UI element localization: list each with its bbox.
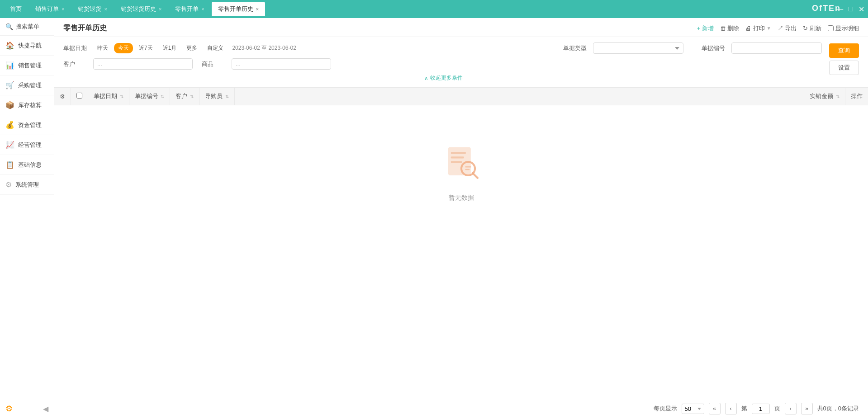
date-btn-yesterday[interactable]: 昨天 [93, 43, 112, 53]
close-btn[interactable]: ✕ [859, 5, 864, 14]
svg-rect-1 [451, 152, 465, 154]
main-layout: 🔍 搜索菜单 🏠 快捷导航 📊 销售管理 🛒 采购管理 📦 库存核算 💰 资金管… [0, 18, 868, 419]
tab-retail-order[interactable]: 零售开单 × [169, 2, 210, 16]
sidebar-item-ops-mgmt[interactable]: 📈 经营管理 [0, 135, 54, 155]
sidebar-search[interactable]: 🔍 搜索菜单 [0, 18, 54, 36]
th-date-sort[interactable]: ⇅ [120, 94, 123, 99]
sidebar-item-basic-info-label: 基础信息 [18, 161, 42, 169]
sidebar-item-purchase-mgmt[interactable]: 🛒 采购管理 [0, 75, 54, 95]
tab-sales-order[interactable]: 销售订单 × [29, 2, 71, 16]
customer-filter-input[interactable]: ... [93, 58, 193, 70]
add-button[interactable]: + 新增 [697, 24, 713, 33]
date-btn-7days[interactable]: 近7天 [135, 43, 157, 53]
refresh-button[interactable]: ↻ 刷新 [803, 24, 821, 33]
th-settings[interactable]: ⚙ [54, 88, 71, 105]
add-label: + 新增 [697, 24, 713, 33]
tab-sales-return-history[interactable]: 销货退货历史 × [114, 2, 168, 16]
goods-filter-input[interactable]: ... [232, 58, 331, 70]
order-no-filter-input[interactable] [731, 42, 822, 54]
sidebar-collapse-icon[interactable]: ◀ [43, 405, 48, 413]
date-btn-custom[interactable]: 自定义 [203, 43, 228, 53]
tab-retail-order-history-close[interactable]: × [256, 6, 259, 12]
tab-sales-order-close[interactable]: × [62, 6, 64, 12]
svg-rect-2 [451, 156, 464, 158]
tab-sales-return-history-close[interactable]: × [159, 6, 161, 12]
th-customer-label: 客户 [175, 93, 187, 99]
table-area: ⚙ 单据日期 ⇅ 单据编号 ⇅ [54, 88, 868, 398]
per-page-select[interactable]: 50 10 20 100 [682, 404, 704, 414]
date-btn-1month[interactable]: 近1月 [159, 43, 181, 53]
th-amount-sort[interactable]: ⇅ [836, 94, 840, 99]
sidebar-item-fund-mgmt-label: 资金管理 [18, 121, 42, 129]
display-toggle-label: 显示明细 [835, 24, 859, 33]
stock-icon: 📦 [5, 101, 14, 109]
tab-bar: 首页 销售订单 × 销货退货 × 销货退货历史 × 零售开单 × 零售开单历史 … [0, 0, 868, 18]
date-btn-more[interactable]: 更多 [182, 43, 201, 53]
query-button[interactable]: 查询 [829, 43, 859, 58]
display-toggle-checkbox[interactable] [828, 25, 834, 31]
th-order-no-sort[interactable]: ⇅ [161, 94, 164, 99]
th-date[interactable]: 单据日期 ⇅ [88, 88, 129, 105]
basic-icon: 📋 [5, 160, 14, 169]
sidebar-item-sales-mgmt[interactable]: 📊 销售管理 [0, 56, 54, 75]
display-toggle[interactable]: 显示明细 [828, 24, 859, 33]
content-area: 零售开单历史 + 新增 🗑 删除 🖨 打印 ▼ ↗ 导出 ↻ 刷新 [54, 18, 868, 419]
collapse-btn[interactable]: ∧ 收起更多条件 [65, 74, 822, 82]
print-dropdown-icon[interactable]: ▼ [767, 26, 771, 31]
brand-logo: OfTEn [812, 4, 841, 13]
prev-page-icon: ‹ [730, 405, 732, 412]
type-filter-select[interactable] [593, 42, 683, 54]
tab-sales-order-label: 销售订单 [35, 5, 59, 13]
tab-retail-order-history[interactable]: 零售开单历史 × [212, 2, 265, 16]
search-icon: 🔍 [5, 23, 13, 30]
th-customer-sort[interactable]: ⇅ [190, 94, 194, 99]
th-customer[interactable]: 客户 ⇅ [170, 88, 199, 105]
th-spacer [234, 88, 804, 105]
settings-button[interactable]: 设置 [829, 61, 859, 75]
delete-button[interactable]: 🗑 删除 [720, 24, 740, 33]
ops-icon: 📈 [5, 141, 14, 149]
tab-home[interactable]: 首页 [4, 2, 28, 16]
collapse-label: 收起更多条件 [430, 74, 463, 82]
th-action: 操作 [845, 88, 868, 105]
date-btn-today[interactable]: 今天 [114, 43, 133, 53]
sidebar-item-sales-mgmt-label: 销售管理 [18, 61, 42, 70]
sidebar-item-stock-calc[interactable]: 📦 库存核算 [0, 95, 54, 115]
sidebar-item-basic-info[interactable]: 📋 基础信息 [0, 155, 54, 175]
data-table: ⚙ 单据日期 ⇅ 单据编号 ⇅ [54, 88, 868, 105]
print-label: 🖨 打印 [745, 24, 765, 33]
sidebar-item-quick-nav[interactable]: 🏠 快捷导航 [0, 36, 54, 56]
export-button[interactable]: ↗ 导出 [778, 24, 797, 33]
svg-rect-3 [451, 161, 462, 163]
sidebar-item-sys-mgmt[interactable]: ⚙ 系统管理 [0, 175, 54, 195]
th-amount[interactable]: 实销金额 ⇅ [804, 88, 845, 105]
date-filter-btns: 昨天 今天 近7天 近1月 更多 自定义 [93, 43, 228, 53]
page-input[interactable] [752, 404, 770, 414]
prev-page-btn[interactable]: ‹ [725, 403, 737, 414]
maximize-btn[interactable]: □ [849, 5, 853, 14]
last-page-btn[interactable]: » [801, 403, 813, 414]
th-checkbox[interactable] [71, 88, 88, 105]
first-page-icon: « [713, 405, 716, 412]
select-all-checkbox[interactable] [76, 93, 82, 99]
per-page-label: 每页显示 [654, 405, 677, 413]
page-title: 零售开单历史 [63, 24, 107, 33]
settings-icon[interactable]: ⚙ [60, 93, 65, 100]
tab-sales-return-close[interactable]: × [104, 6, 107, 12]
home-icon: 🏠 [5, 41, 14, 50]
th-salesperson-label: 导购员 [205, 93, 223, 99]
th-salesperson-sort[interactable]: ⇅ [225, 94, 229, 99]
tab-retail-order-close[interactable]: × [201, 6, 204, 12]
filter-row-2: 客户 ... 商品 ... [63, 58, 822, 70]
next-page-btn[interactable]: › [785, 403, 797, 414]
sidebar-item-fund-mgmt[interactable]: 💰 资金管理 [0, 115, 54, 135]
filter-row-1: 单据日期 昨天 今天 近7天 近1月 更多 自定义 2023-06-02 至 2… [63, 42, 822, 54]
print-button[interactable]: 🖨 打印 ▼ [745, 24, 771, 33]
sidebar-settings-icon[interactable]: ⚙ [5, 404, 13, 414]
tab-sales-return[interactable]: 销货退货 × [71, 2, 113, 16]
th-order-no[interactable]: 单据编号 ⇅ [129, 88, 170, 105]
th-salesperson[interactable]: 导购员 ⇅ [199, 88, 234, 105]
filter-area: 单据日期 昨天 今天 近7天 近1月 更多 自定义 2023-06-02 至 2… [54, 37, 868, 88]
first-page-btn[interactable]: « [709, 403, 721, 414]
sidebar-item-sys-mgmt-label: 系统管理 [15, 181, 39, 189]
